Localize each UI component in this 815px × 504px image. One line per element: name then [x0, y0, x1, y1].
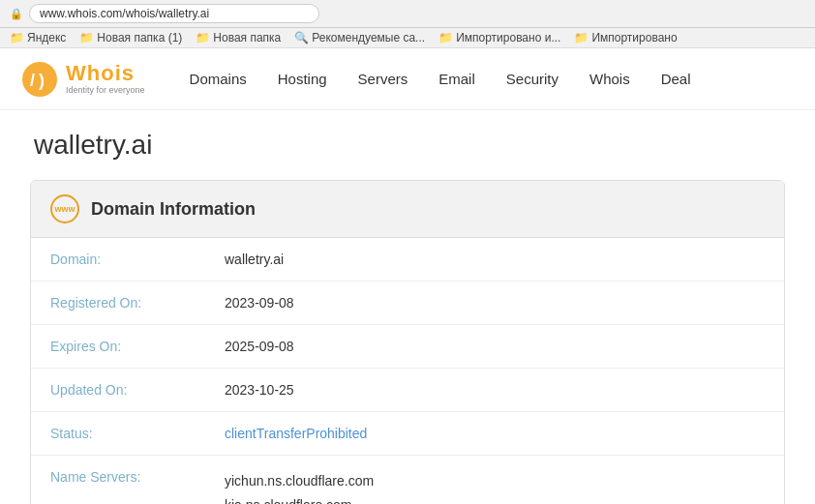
nameserver-2: kia.ns.cloudflare.com	[225, 493, 765, 504]
nav-link-security[interactable]: Security	[491, 49, 574, 108]
bookmark-imported1[interactable]: 📁 Импортировано и...	[438, 31, 560, 44]
row-value-updated: 2023-10-25	[205, 369, 784, 412]
table-row: Updated On: 2023-10-25	[31, 369, 784, 412]
row-value-expires: 2025-09-08	[205, 325, 784, 369]
bookmark-search[interactable]: 🔍 Рекомендуемые са...	[294, 31, 425, 44]
bookmark-label: Яндекс	[27, 31, 66, 44]
bookmarks-bar: 📁 Яндекс 📁 Новая папка (1) 📁 Новая папка…	[0, 28, 815, 48]
logo[interactable]: / ) Whois Identity for everyone	[19, 59, 145, 100]
bookmark-label: Новая папка (1)	[97, 31, 182, 44]
logo-text-area: Whois Identity for everyone	[66, 63, 145, 95]
card-header: www Domain Information	[31, 181, 784, 238]
row-value-domain: walletry.ai	[205, 238, 784, 282]
nav-item-whois[interactable]: Whois	[574, 49, 646, 108]
logo-whois-text: Whois	[66, 63, 145, 84]
nav-item-domains[interactable]: Domains	[174, 49, 262, 108]
table-row: Expires On: 2025-09-08	[31, 325, 784, 369]
table-row: Registered On: 2023-09-08	[31, 282, 784, 325]
folder-icon: 📁	[79, 31, 94, 44]
bookmark-label: Рекомендуемые са...	[312, 31, 425, 44]
status-link[interactable]: clientTransferProhibited	[225, 426, 367, 441]
nav-link-domains[interactable]: Domains	[174, 49, 262, 108]
main-content: walletry.ai www Domain Information Domai…	[11, 130, 804, 504]
nav-item-email[interactable]: Email	[423, 49, 491, 108]
svg-text:): )	[39, 71, 45, 90]
nav-link-whois[interactable]: Whois	[574, 49, 646, 108]
row-value-nameservers: yichun.ns.cloudflare.com kia.ns.cloudfla…	[205, 456, 784, 505]
url-bar[interactable]: www.whois.com/whois/walletry.ai	[29, 4, 319, 23]
table-row: Domain: walletry.ai	[31, 238, 784, 282]
info-table: Domain: walletry.ai Registered On: 2023-…	[31, 238, 784, 504]
row-label-nameservers: Name Servers:	[31, 456, 205, 505]
nav-item-hosting[interactable]: Hosting	[262, 49, 343, 108]
nav-item-security[interactable]: Security	[491, 49, 574, 108]
search-icon: 🔍	[294, 31, 309, 44]
bookmark-folder2[interactable]: 📁 Новая папка	[196, 31, 281, 44]
row-value-status: clientTransferProhibited	[205, 412, 784, 456]
folder-icon: 📁	[196, 31, 210, 44]
card-title: Domain Information	[91, 199, 256, 220]
row-label-domain: Domain:	[31, 238, 205, 282]
table-row: Name Servers: yichun.ns.cloudflare.com k…	[31, 456, 784, 505]
table-row: Status: clientTransferProhibited	[31, 412, 784, 456]
nav-link-email[interactable]: Email	[423, 49, 491, 108]
logo-tagline: Identity for everyone	[66, 86, 145, 95]
folder-icon: 📁	[438, 31, 453, 44]
bookmark-label: Новая папка	[213, 31, 281, 44]
bookmark-imported2[interactable]: 📁 Импортировано	[574, 31, 677, 44]
nav-links: Domains Hosting Servers Email Security W…	[174, 49, 707, 108]
row-value-registered: 2023-09-08	[205, 282, 784, 325]
domain-title: walletry.ai	[30, 130, 785, 161]
bookmark-folder1[interactable]: 📁 Новая папка (1)	[79, 31, 182, 44]
browser-bar: 🔒 www.whois.com/whois/walletry.ai	[0, 0, 815, 28]
row-label-status: Status:	[31, 412, 205, 456]
nav-item-servers[interactable]: Servers	[343, 49, 424, 108]
lock-icon: 🔒	[10, 8, 23, 20]
folder-icon: 📁	[10, 31, 24, 44]
nav-link-hosting[interactable]: Hosting	[262, 49, 343, 108]
nameserver-1: yichun.ns.cloudflare.com	[225, 469, 765, 493]
bookmark-yandex[interactable]: 📁 Яндекс	[10, 31, 66, 44]
domain-info-card: www Domain Information Domain: walletry.…	[30, 180, 785, 504]
bookmark-label: Импортировано	[591, 31, 677, 44]
www-icon: www	[50, 194, 79, 223]
folder-icon: 📁	[574, 31, 589, 44]
bookmark-label: Импортировано и...	[456, 31, 560, 44]
row-label-expires: Expires On:	[31, 325, 205, 369]
row-label-updated: Updated On:	[31, 369, 205, 412]
logo-icon: / )	[19, 59, 60, 100]
nav-link-servers[interactable]: Servers	[343, 49, 424, 108]
nav-item-deal[interactable]: Deal	[646, 49, 707, 108]
nav-link-deal[interactable]: Deal	[646, 49, 707, 108]
site-nav: / ) Whois Identity for everyone Domains …	[0, 48, 815, 110]
svg-text:/: /	[30, 71, 35, 90]
row-label-registered: Registered On:	[31, 282, 205, 325]
